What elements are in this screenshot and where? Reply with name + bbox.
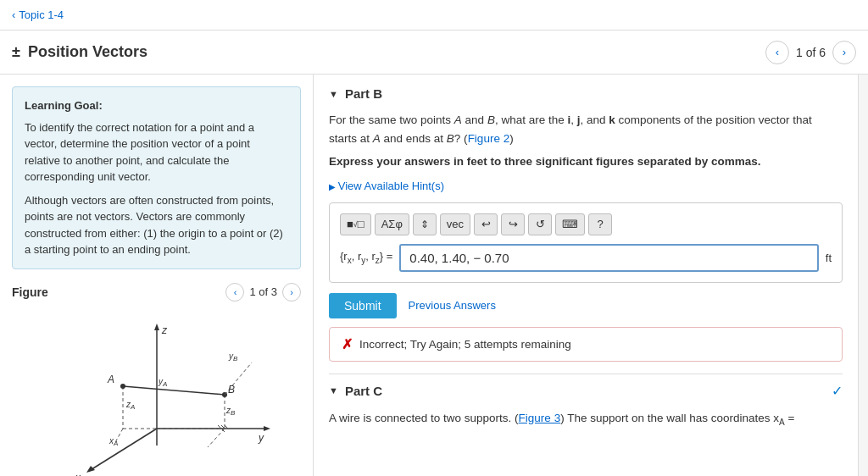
next-page-button[interactable]: › — [832, 41, 856, 64]
svg-text:x: x — [75, 472, 81, 477]
prev-page-button[interactable]: ‹ — [765, 41, 789, 64]
toolbar-undo-button[interactable]: ↩ — [474, 213, 498, 235]
part-c-label: Part C — [345, 384, 382, 398]
right-panel: ▼ Part B For the same two points A and B… — [314, 75, 858, 476]
figure-area: z y x A zA — [12, 310, 301, 477]
toolbar-arrows-button[interactable]: ⇕ — [413, 213, 437, 235]
page-indicator: 1 of 6 — [796, 46, 826, 59]
toolbar-vec-button[interactable]: vec — [440, 213, 470, 235]
error-box: ✗ Incorrect; Try Again; 5 attempts remai… — [329, 327, 843, 362]
part-c-header: ▼ Part C ✓ — [329, 383, 843, 399]
back-link[interactable]: Topic 1-4 — [19, 8, 64, 21]
figure-prev-button[interactable]: ‹ — [225, 283, 244, 302]
previous-answers-link[interactable]: Previous Answers — [409, 299, 496, 312]
svg-text:A: A — [107, 374, 114, 385]
pagination: ‹ 1 of 6 › — [765, 41, 856, 64]
input-label: {rx, ry, rz} = — [340, 250, 392, 265]
figure-next-button[interactable]: › — [282, 283, 301, 302]
toolbar-greek-button[interactable]: ΑΣφ — [375, 213, 409, 235]
part-b-toggle[interactable]: ▼ — [329, 89, 338, 99]
toolbar-redo-button[interactable]: ↪ — [501, 213, 525, 235]
toolbar-help-button[interactable]: ? — [588, 213, 612, 235]
actions-row: Submit Previous Answers — [329, 293, 843, 318]
bold-instruction: Express your answers in feet to three si… — [329, 152, 843, 171]
part-b-body: For the same two points A and B, what ar… — [329, 111, 843, 171]
unit-label: ft — [826, 252, 832, 264]
divider — [329, 374, 843, 374]
learning-goal-p1: To identify the correct notation for a p… — [25, 119, 288, 185]
toolbar-keyboard-button[interactable]: ⌨ — [555, 213, 585, 235]
answer-input[interactable] — [399, 244, 818, 272]
title-bar: ± Position Vectors ‹ 1 of 6 › — [0, 30, 868, 75]
check-icon: ✓ — [832, 383, 843, 399]
answer-area: ■√□ ΑΣφ ⇕ vec ↩ ↪ ↺ ⌨ ? {rx, ry, rz} = f… — [329, 202, 843, 283]
error-message: Incorrect; Try Again; 5 attempts remaini… — [359, 338, 571, 351]
part-c-text: A wire is connected to two supports. (Fi… — [329, 412, 794, 424]
page-title: ± Position Vectors — [12, 43, 147, 61]
part-b-header: ▼ Part B — [329, 86, 843, 101]
figure-title: Figure — [12, 285, 48, 299]
toolbar-matrix-button[interactable]: ■√□ — [340, 213, 371, 235]
input-row: {rx, ry, rz} = ft — [340, 244, 832, 272]
toolbar: ■√□ ΑΣφ ⇕ vec ↩ ↪ ↺ ⌨ ? — [340, 213, 832, 235]
figure-page-indicator: 1 of 3 — [249, 285, 277, 298]
top-nav: ‹ Topic 1-4 — [0, 0, 868, 30]
error-icon: ✗ — [342, 336, 353, 352]
learning-goal-p2: Although vectors are often constructed f… — [25, 192, 288, 258]
learning-goal-title: Learning Goal: — [25, 97, 288, 114]
back-chevron-icon: ‹ — [12, 8, 15, 21]
figure-header: Figure ‹ 1 of 3 › — [12, 283, 301, 302]
part-c-toggle[interactable]: ▼ — [329, 385, 338, 396]
part-b-label: Part B — [345, 86, 382, 101]
part-c-body: A wire is connected to two supports. (Fi… — [329, 409, 843, 429]
submit-button[interactable]: Submit — [329, 293, 397, 318]
svg-text:z: z — [161, 324, 168, 336]
pm-symbol: ± — [12, 43, 20, 60]
right-scrollbar[interactable] — [858, 75, 868, 476]
left-panel: Learning Goal: To identify the correct n… — [0, 75, 314, 476]
part-b-text: For the same two points A and B, what ar… — [329, 113, 812, 145]
figure2-link[interactable]: Figure 2 — [468, 132, 510, 145]
learning-goal-box: Learning Goal: To identify the correct n… — [12, 86, 301, 269]
figure-pagination: ‹ 1 of 3 › — [225, 283, 301, 302]
hint-link[interactable]: View Available Hint(s) — [329, 180, 843, 192]
main-content: Learning Goal: To identify the correct n… — [0, 75, 868, 476]
figure3-link[interactable]: Figure 3 — [519, 412, 561, 424]
figure-svg: z y x A zA — [38, 318, 275, 477]
svg-text:y: y — [258, 432, 264, 444]
toolbar-reset-button[interactable]: ↺ — [528, 213, 552, 235]
